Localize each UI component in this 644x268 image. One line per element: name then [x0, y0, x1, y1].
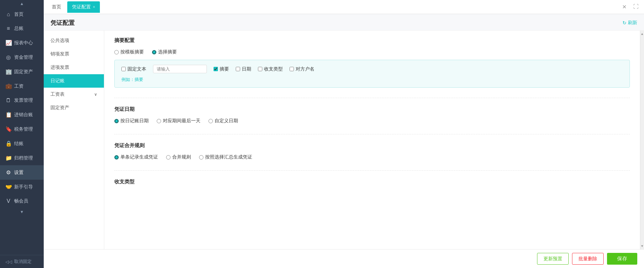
content-area: 凭证配置 ↻ 刷新 公共选项 销项发票 进项发票 日记账 — [44, 14, 644, 268]
save-button[interactable]: 保存 — [607, 253, 637, 265]
sidebar-unpin-button[interactable]: ◁◁ 取消固定 — [0, 255, 44, 268]
fixed-assets-icon: 🏢 — [5, 69, 11, 75]
voucher-merge-title: 凭证合并规则 — [114, 142, 630, 149]
left-nav: 公共选项 销项发票 进项发票 日记账 工资表 ∨ 固定资产 — [44, 31, 104, 249]
left-nav-sales-invoice[interactable]: 销项发票 — [44, 47, 104, 61]
sidebar-item-invoice-mgmt[interactable]: 🗒 发票管理 — [0, 93, 44, 107]
payroll-icon: 💼 — [5, 83, 11, 89]
divider-3 — [114, 170, 630, 171]
body-layout: 公共选项 销项发票 进项发票 日记账 工资表 ∨ 固定资产 — [44, 31, 644, 249]
refresh-icon: ↻ — [622, 20, 627, 26]
member-icon: V — [5, 198, 11, 204]
guide-icon: 🤝 — [5, 184, 11, 190]
voucher-merge-radio-group: 单条记录生成凭证 合并规则 按照选择汇总生成凭证 — [114, 154, 630, 160]
voucher-date-section: 凭证日期 按日记账日期 对应期间最后一天 — [114, 106, 630, 124]
window-close-button[interactable]: ✕ — [620, 3, 629, 11]
checkbox-income-type[interactable]: 收支类型 — [258, 66, 283, 72]
right-content: 摘要配置 按模板摘要 选择摘要 — [104, 31, 640, 249]
radio-by-journal-date[interactable]: 按日记账日期 — [114, 118, 149, 124]
radio-single-record[interactable]: 单条记录生成凭证 — [114, 154, 158, 160]
archive-icon: 📁 — [5, 155, 11, 161]
tab-bar-actions: ✕ ⛶ — [620, 3, 641, 11]
ledger-icon: ≡ — [5, 26, 11, 32]
sidebar-scroll-down[interactable]: ▼ — [0, 208, 44, 216]
divider-2 — [114, 134, 630, 134]
sidebar-item-ledger[interactable]: ≡ 总账 — [0, 21, 44, 36]
sidebar-item-funds[interactable]: ◎ 资金管理 — [0, 50, 44, 64]
fixed-text-input[interactable] — [153, 65, 207, 73]
batch-delete-button[interactable]: 批量删除 — [572, 253, 604, 265]
left-nav-purchase-invoice[interactable]: 进项发票 — [44, 61, 104, 74]
right-scrollbar: ▲ ▼ — [640, 31, 644, 249]
radio-summary-gen[interactable]: 按照选择汇总生成凭证 — [199, 154, 252, 160]
sidebar-item-guide[interactable]: 🤝 新手引导 — [0, 180, 44, 194]
income-type-section: 收支类型 — [114, 179, 630, 185]
chevron-down-icon: ∨ — [94, 92, 97, 97]
pin-icon: ◁◁ — [5, 259, 12, 264]
sidebar-item-sales-ledger[interactable]: 📋 进销台账 — [0, 107, 44, 122]
summary-config-title: 摘要配置 — [114, 37, 630, 44]
tab-voucher-config[interactable]: 凭证配置 × — [67, 1, 100, 13]
tax-icon: 🔖 — [5, 126, 11, 132]
home-icon: ⌂ — [5, 11, 11, 17]
sidebar: ▲ ⌂ 首页 ≡ 总账 📈 报表中心 ◎ 资金管理 🏢 固定资产 💼 工资 🗒 … — [0, 0, 44, 268]
summary-config-section: 摘要配置 按模板摘要 选择摘要 — [114, 37, 630, 88]
update-preview-button[interactable]: 更新预置 — [537, 253, 569, 265]
example-text: 例如：摘要 — [121, 77, 623, 83]
sidebar-scroll-area: ▲ ⌂ 首页 ≡ 总账 📈 报表中心 ◎ 资金管理 🏢 固定资产 💼 工资 🗒 … — [0, 0, 44, 255]
checkbox-summary[interactable]: 摘要 — [214, 66, 229, 72]
tab-close-button[interactable]: × — [93, 5, 95, 9]
funds-icon: ◎ — [5, 54, 11, 60]
radio-merge-rule[interactable]: 合并规则 — [166, 154, 191, 160]
scroll-down-button[interactable]: ▼ — [640, 243, 644, 249]
sidebar-item-archive[interactable]: 📁 归档管理 — [0, 151, 44, 165]
radio-custom-date[interactable]: 自定义日期 — [209, 118, 238, 124]
sales-ledger-icon: 📋 — [5, 111, 11, 118]
scroll-up-button[interactable]: ▲ — [640, 31, 644, 37]
close-accounts-icon: 🔒 — [5, 140, 11, 147]
voucher-merge-section: 凭证合并规则 单条记录生成凭证 合并规则 — [114, 142, 630, 160]
checkbox-counterparty[interactable]: 对方户名 — [290, 66, 314, 72]
summary-checkbox-row: 固定文本 摘要 日期 — [121, 65, 623, 73]
left-nav-payroll-table[interactable]: 工资表 ∨ — [44, 88, 104, 101]
radio-template-summary[interactable]: 按模板摘要 — [114, 49, 144, 55]
summary-type-radio-group: 按模板摘要 选择摘要 — [114, 49, 630, 55]
summary-config-box: 固定文本 摘要 日期 — [114, 60, 630, 88]
sidebar-scroll-up[interactable]: ▲ — [0, 0, 44, 7]
report-icon: 📈 — [5, 40, 11, 46]
checkbox-fixed-text[interactable]: 固定文本 — [121, 66, 146, 72]
left-nav-public[interactable]: 公共选项 — [44, 34, 104, 47]
refresh-button[interactable]: ↻ 刷新 — [622, 20, 637, 26]
sidebar-item-tax[interactable]: 🔖 税务管理 — [0, 122, 44, 136]
checkbox-date[interactable]: 日期 — [236, 66, 251, 72]
page-title: 凭证配置 — [50, 19, 75, 27]
voucher-date-radio-group: 按日记账日期 对应期间最后一天 自定义日期 — [114, 118, 630, 124]
radio-select-summary[interactable]: 选择摘要 — [152, 49, 177, 55]
income-type-title: 收支类型 — [114, 179, 630, 185]
window-maximize-button[interactable]: ⛶ — [631, 3, 641, 11]
sidebar-item-fixed-assets[interactable]: 🏢 固定资产 — [0, 64, 44, 79]
left-nav-journal[interactable]: 日记账 — [44, 74, 104, 88]
voucher-date-title: 凭证日期 — [114, 106, 630, 113]
sidebar-item-member[interactable]: V 畅会员 — [0, 194, 44, 208]
tab-bar: 首页 凭证配置 × ✕ ⛶ — [44, 0, 644, 14]
main-area: 首页 凭证配置 × ✕ ⛶ 凭证配置 ↻ 刷新 公共选项 — [44, 0, 644, 268]
invoice-mgmt-icon: 🗒 — [5, 97, 11, 103]
tab-home[interactable]: 首页 — [47, 1, 66, 13]
radio-last-day[interactable]: 对应期间最后一天 — [157, 118, 200, 124]
settings-icon: ⚙ — [5, 169, 11, 176]
divider-1 — [114, 98, 630, 98]
sidebar-item-close[interactable]: 🔒 结账 — [0, 136, 44, 151]
sidebar-item-settings[interactable]: ⚙ 设置 — [0, 165, 44, 180]
bottom-action-bar: 更新预置 批量删除 保存 — [44, 249, 644, 268]
page-header: 凭证配置 ↻ 刷新 — [44, 14, 644, 31]
sidebar-item-home[interactable]: ⌂ 首页 — [0, 7, 44, 21]
left-nav-fixed-assets[interactable]: 固定资产 — [44, 101, 104, 115]
sidebar-item-report[interactable]: 📈 报表中心 — [0, 36, 44, 50]
sidebar-item-payroll[interactable]: 💼 工资 — [0, 79, 44, 93]
